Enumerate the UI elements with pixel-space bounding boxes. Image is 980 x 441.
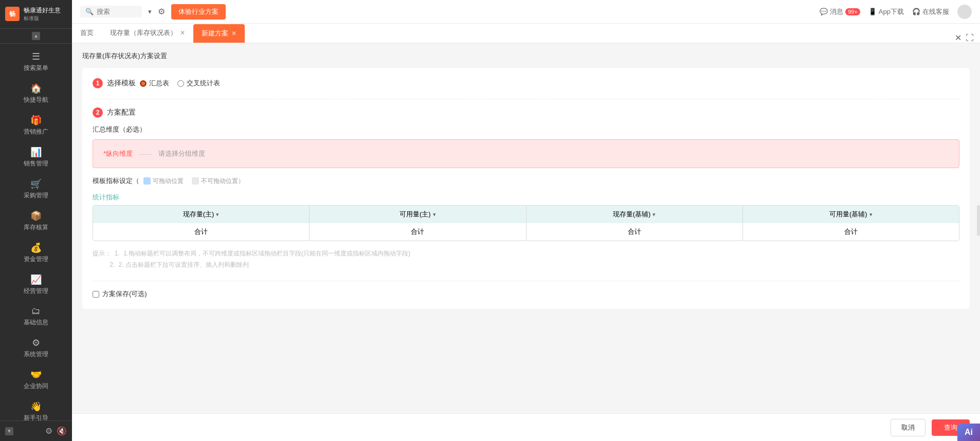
search-input[interactable] — [97, 8, 128, 15]
sidebar-item-inventory[interactable]: 📦 库存核算 — [0, 205, 72, 237]
sidebar-item-label: 企业协同 — [24, 382, 48, 391]
gift-icon: 🎁 — [30, 115, 42, 126]
sidebar-item-sales[interactable]: 📊 销售管理 — [0, 141, 72, 173]
step1-header: 1 选择模板 汇总表 交叉统计表 — [93, 78, 959, 88]
message-btn[interactable]: 💬 消息 99+ — [820, 7, 860, 16]
wave-icon: 👋 — [30, 401, 42, 412]
sidebar-item-label: 库存核算 — [24, 223, 48, 232]
col-body-3: 合计 — [743, 223, 959, 241]
legend-nondraggable: 不可拖动位置） — [192, 177, 244, 186]
search-menu-icon: ☰ — [32, 51, 40, 62]
sound-icon[interactable]: 🔇 — [57, 426, 67, 436]
sidebar-item-quicknav[interactable]: 🏠 快捷导航 — [0, 78, 72, 109]
sidebar-footer: ▼ ⚙ 🔇 — [0, 420, 72, 441]
draggable-box — [143, 177, 151, 185]
search-icon: 🔍 — [85, 8, 94, 15]
step2-section: 2 方案配置 汇总维度（必选） *纵向维度 —— 请选择分组维度 模板指标设定（ — [93, 107, 959, 270]
sidebar-item-label: 营销推广 — [24, 127, 48, 136]
col-chevron-1[interactable]: ▾ — [433, 211, 436, 218]
template-radio-group: 汇总表 交叉统计表 — [140, 79, 220, 88]
stat-table-body: 合计 合计 合计 合计 — [93, 223, 959, 241]
tab-close-inventory[interactable]: ✕ — [180, 29, 185, 36]
col-chevron-2[interactable]: ▾ — [652, 211, 656, 218]
topbar: 🔍 ▾ ⚙ 体验行业方案 💬 消息 99+ 📱 App下载 🎧 在线客服 — [72, 0, 980, 24]
save-option[interactable]: 方案保存(可选) — [93, 289, 959, 299]
sidebar-logo: 畅 畅康通好生意 标准版 — [0, 0, 72, 29]
mobile-download-icon: 📱 — [868, 8, 877, 15]
sidebar-item-search[interactable]: ☰ 搜索菜单 — [0, 46, 72, 78]
save-checkbox[interactable] — [93, 291, 99, 298]
hint-1: 提示： 1. 1.拖动标题栏可以调整布局，不可跨维度或指标区域拖动栏目字段(只能… — [93, 248, 959, 260]
trial-btn[interactable]: 体验行业方案 — [171, 4, 226, 20]
sidebar-item-label: 搜索菜单 — [24, 64, 48, 72]
chevron-down-icon: ▾ — [148, 8, 152, 15]
tab-label: 现存量（库存状况表） — [110, 28, 177, 38]
tab-maximize-btn[interactable]: ⛶ — [966, 33, 974, 43]
sidebar-item-system[interactable]: ⚙ 系统管理 — [0, 332, 72, 364]
sidebar-item-management[interactable]: 📈 经营管理 — [0, 269, 72, 301]
legend-draggable: 可拖动位置 — [143, 177, 184, 186]
step1-number: 1 — [93, 78, 103, 88]
ai-badge[interactable]: Ai — [957, 424, 980, 441]
home-icon: 🏠 — [30, 83, 42, 94]
indicator-settings-label: 模板指标设定（ 可拖动位置 不可拖动位置） — [93, 176, 244, 186]
cancel-button[interactable]: 取消 — [891, 419, 925, 436]
sidebar-item-marketing[interactable]: 🎁 营销推广 — [0, 109, 72, 141]
sidebar-item-basic-info[interactable]: 🗂 基础信息 — [0, 301, 72, 332]
dimension-box: *纵向维度 —— 请选择分组维度 — [93, 139, 959, 168]
sidebar-item-enterprise[interactable]: 🤝 企业协同 — [0, 364, 72, 396]
sidebar-item-label: 经营管理 — [24, 287, 48, 296]
settings-card: 1 选择模板 汇总表 交叉统计表 — [82, 68, 970, 309]
col-chevron-0[interactable]: ▾ — [216, 211, 219, 218]
dimension-required-text: *纵向维度 — [103, 149, 133, 158]
radio-summary[interactable]: 汇总表 — [140, 79, 169, 88]
sidebar-item-label: 销售管理 — [24, 159, 48, 168]
user-avatar[interactable] — [957, 5, 972, 19]
settings-icon[interactable]: ⚙ — [45, 426, 52, 436]
online-service-btn[interactable]: 🎧 在线客服 — [912, 7, 949, 16]
topbar-right: 💬 消息 99+ 📱 App下载 🎧 在线客服 — [820, 5, 972, 19]
col-header-3[interactable]: 可用量(基辅) ▾ — [743, 206, 959, 223]
col-body-1: 合计 — [310, 223, 526, 241]
col-header-2[interactable]: 现存量(基辅) ▾ — [527, 206, 743, 223]
scroll-down-arrow[interactable]: ▼ — [5, 427, 13, 435]
topbar-dropdown[interactable]: ▾ — [148, 8, 152, 15]
tab-new-plan[interactable]: 新建方案 ✕ — [193, 24, 245, 43]
footer-bar: 取消 查询 — [72, 413, 980, 441]
step2-header: 2 方案配置 — [93, 107, 959, 118]
content-area: 现存量(库存状况表)方案设置 1 选择模板 汇总表 交叉统计表 — [72, 43, 980, 413]
radio-cross-label: 交叉统计表 — [187, 79, 220, 88]
app-download-btn[interactable]: 📱 App下载 — [868, 7, 904, 16]
tabs-right-controls: ✕ ⛶ — [955, 33, 980, 43]
tab-new-label: 新建方案 — [202, 29, 228, 38]
step2-number: 2 — [93, 107, 103, 118]
sidebar-item-label: 资金管理 — [24, 255, 48, 264]
sidebar: 畅 畅康通好生意 标准版 ▲ ☰ 搜索菜单 🏠 快捷导航 🎁 营销推广 📊 销售… — [0, 0, 72, 441]
sidebar-item-purchase[interactable]: 🛒 采购管理 — [0, 173, 72, 205]
sidebar-item-finance[interactable]: 💰 资金管理 — [0, 237, 72, 269]
col-header-1[interactable]: 可用量(主) ▾ — [310, 206, 526, 223]
col-header-0[interactable]: 现存量(主) ▾ — [93, 206, 310, 223]
tab-label: 首页 — [80, 28, 94, 38]
tab-inventory[interactable]: 现存量（库存状况表） ✕ — [102, 24, 193, 43]
trending-icon: 📈 — [30, 274, 42, 285]
sidebar-item-label: 系统管理 — [24, 350, 48, 359]
hint-2: 2. 2. 点击标题栏下拉可设置排序、插入列和删除列 — [93, 260, 959, 271]
right-scroll-indicator — [977, 205, 980, 236]
page-title: 现存量(库存状况表)方案设置 — [82, 51, 970, 61]
tab-home[interactable]: 首页 — [72, 24, 102, 43]
tab-close-new[interactable]: ✕ — [231, 30, 237, 37]
message-badge: 99+ — [845, 8, 860, 15]
col-chevron-3[interactable]: ▾ — [869, 211, 873, 218]
hints-section: 提示： 1. 1.拖动标题栏可以调整布局，不可跨维度或指标区域拖动栏目字段(只能… — [93, 248, 959, 270]
tab-close-btn[interactable]: ✕ — [955, 33, 961, 43]
scroll-up-arrow[interactable]: ▲ — [32, 32, 40, 40]
message-icon: 💬 — [820, 8, 828, 15]
radio-cross[interactable]: 交叉统计表 — [177, 79, 220, 88]
step1-section: 1 选择模板 汇总表 交叉统计表 — [93, 78, 959, 88]
sidebar-item-label: 基础信息 — [24, 318, 48, 327]
col-body-0: 合计 — [93, 223, 310, 241]
topbar-settings-icon[interactable]: ⚙ — [158, 7, 165, 16]
search-box[interactable]: 🔍 — [80, 6, 142, 17]
sidebar-item-guide[interactable]: 👋 新手引导 — [0, 396, 72, 420]
